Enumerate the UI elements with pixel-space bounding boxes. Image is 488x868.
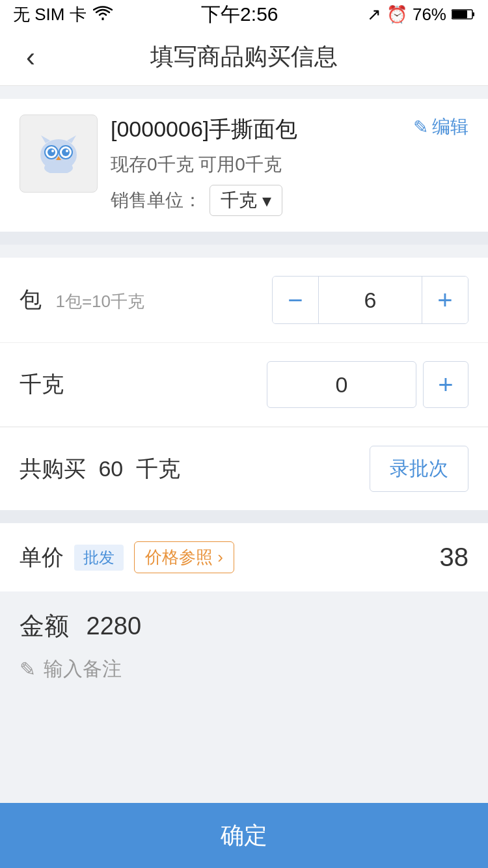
kg-plus-button[interactable]: +	[423, 361, 468, 408]
price-label: 单价	[20, 543, 64, 573]
package-label-text: 包	[20, 287, 42, 312]
page-title: 填写商品购买信息	[150, 41, 338, 73]
product-unit-row: 销售单位： 千克 ▾	[111, 185, 468, 216]
product-image	[20, 115, 98, 193]
svg-point-6	[47, 148, 55, 156]
separator-2	[0, 510, 488, 523]
battery-text: 76%	[413, 5, 446, 25]
total-text: 共购买 60 千克	[20, 454, 180, 484]
svg-rect-1	[472, 12, 474, 16]
unit-label: 销售单位：	[111, 188, 202, 213]
location-icon: ↗	[367, 5, 381, 25]
quantity-section: 包 1包=10千克 − + 千克 + 共购买 60 千克 录批次	[0, 258, 488, 510]
record-batch-button[interactable]: 录批次	[370, 446, 468, 492]
product-card: [0000006]手撕面包 现存0千克 可用0千克 销售单位： 千克 ▾ ✎ 编…	[0, 99, 488, 232]
back-button[interactable]: ‹	[13, 35, 48, 79]
unit-value: 千克	[221, 188, 257, 213]
amount-row: 金额 2280	[20, 610, 468, 643]
status-bar: 无 SIM 卡 下午2:56 ↗ ⏰ 76%	[0, 0, 488, 29]
dropdown-icon: ▾	[262, 190, 271, 211]
total-unit: 千克	[136, 456, 180, 481]
svg-rect-2	[452, 10, 467, 18]
total-label: 共购买	[20, 456, 86, 481]
wifi-icon	[93, 5, 113, 25]
package-minus-button[interactable]: −	[273, 277, 318, 323]
status-left: 无 SIM 卡	[13, 3, 113, 26]
kg-quantity-input[interactable]	[267, 361, 416, 408]
svg-point-7	[62, 148, 70, 156]
kg-row: 千克 +	[0, 343, 488, 427]
amount-label: 金额	[20, 612, 69, 640]
price-row: 单价 批发 价格参照 › 38	[0, 523, 488, 591]
svg-point-8	[51, 150, 54, 152]
package-row: 包 1包=10千克 − +	[0, 258, 488, 343]
alarm-icon: ⏰	[386, 5, 407, 25]
battery-icon	[452, 5, 475, 25]
total-value: 60	[98, 456, 123, 481]
price-section: 单价 批发 价格参照 › 38	[0, 523, 488, 591]
confirm-button[interactable]: 确定	[0, 803, 488, 868]
edit-button[interactable]: ✎ 编辑	[413, 115, 468, 139]
edit-label: 编辑	[432, 115, 468, 139]
amount-value: 2280	[87, 612, 142, 640]
status-time: 下午2:56	[201, 1, 278, 28]
package-quantity-input[interactable]	[318, 277, 422, 323]
unit-selector[interactable]: 千克 ▾	[210, 185, 282, 216]
status-right: ↗ ⏰ 76%	[367, 5, 475, 25]
svg-point-9	[66, 150, 68, 152]
note-label: 输入备注	[44, 656, 122, 683]
kg-label: 千克	[20, 370, 267, 400]
package-hint: 1包=10千克	[55, 292, 144, 311]
note-row[interactable]: ✎ 输入备注	[20, 656, 468, 683]
note-icon: ✎	[20, 658, 36, 681]
edit-icon: ✎	[413, 116, 428, 138]
nav-bar: ‹ 填写商品购买信息	[0, 29, 488, 86]
price-ref-label: 价格参照 ›	[145, 546, 223, 569]
price-tag: 批发	[74, 545, 124, 571]
price-value: 38	[440, 543, 469, 572]
product-stock: 现存0千克 可用0千克	[111, 152, 468, 177]
kg-control: +	[267, 361, 468, 408]
amount-section: 金额 2280 ✎ 输入备注	[0, 591, 488, 696]
package-label: 包 1包=10千克	[20, 285, 272, 315]
package-plus-button[interactable]: +	[422, 277, 468, 323]
total-row: 共购买 60 千克 录批次	[0, 427, 488, 510]
separator-1	[0, 232, 488, 245]
back-icon: ‹	[26, 42, 35, 72]
product-logo	[33, 128, 85, 180]
price-reference-button[interactable]: 价格参照 ›	[134, 541, 234, 573]
no-sim-text: 无 SIM 卡	[13, 3, 87, 26]
package-quantity-control: − +	[272, 276, 468, 324]
confirm-label: 确定	[221, 820, 267, 852]
